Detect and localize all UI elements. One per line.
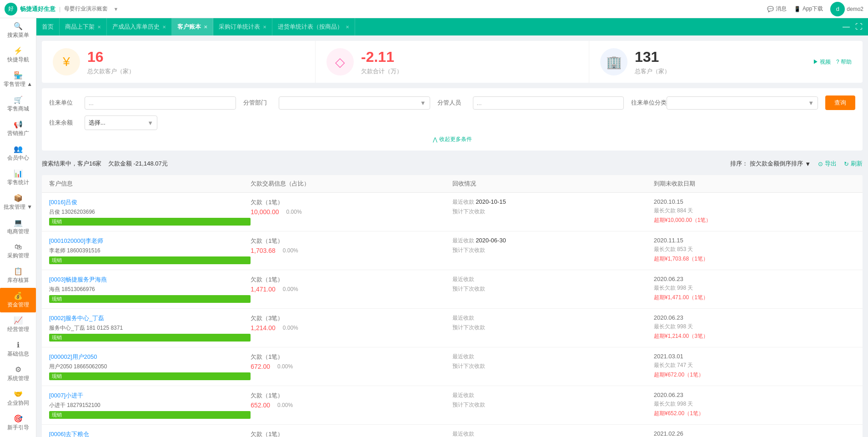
debt-row-0016: 10,000.00 0.00% bbox=[251, 208, 452, 216]
tab-maximize-btn[interactable]: ⛶ bbox=[853, 22, 864, 32]
sidebar-item-ecommerce[interactable]: 💻 电商管理 bbox=[0, 215, 36, 239]
sidebar-item-inventory[interactable]: 📋 库存核算 bbox=[0, 263, 36, 288]
tab-close-product-on-off[interactable]: ✕ bbox=[97, 25, 101, 30]
filter-from-unit: 往来单位 ... bbox=[49, 96, 236, 110]
sidebar-item-capital-mgmt[interactable]: 💰 资金管理 bbox=[0, 288, 36, 312]
tab-close-stock-summary[interactable]: ✕ bbox=[346, 25, 349, 30]
sidebar-item-quick-nav[interactable]: ⚡ 快捷导航 bbox=[0, 43, 36, 67]
customer-tag-0016: 现销 bbox=[49, 218, 251, 226]
export-button[interactable]: ⊙ 导出 bbox=[818, 160, 837, 168]
sidebar-item-enterprise-collab[interactable]: 🤝 企业协同 bbox=[0, 386, 36, 411]
results-actions: 排序： 按欠款金额倒序排序 ▼ ⊙ 导出 ↻ 刷新 bbox=[730, 160, 863, 168]
sidebar-item-ops-mgmt[interactable]: 📈 经营管理 bbox=[0, 312, 36, 337]
customer-info-0003: [0003]畅捷服务尹海燕 海燕 18513066976 现销 bbox=[49, 276, 251, 303]
table-row: [0002]服务中心_丁磊 服务中心_丁磊 181 0125 8371 现销 欠… bbox=[42, 309, 863, 347]
stat-icon-debt-amount: ◇ bbox=[326, 48, 354, 75]
filter-unit-category-select[interactable]: ▼ bbox=[667, 96, 818, 110]
help-link[interactable]: ? 帮助 bbox=[836, 58, 852, 66]
due-info-0001: 2020.11.15 最长欠款 853 天 超期¥1,703.68（1笔） bbox=[654, 237, 855, 264]
debt-info-0006: 欠款（1笔） 455.90 0.00% bbox=[251, 430, 452, 437]
tab-production-history[interactable]: 产成品入库单历史 ✕ bbox=[107, 18, 172, 35]
customer-phone-0016: 吕俊 13026203696 bbox=[49, 208, 251, 216]
customer-name-0003[interactable]: [0003]畅捷服务尹海燕 bbox=[49, 276, 251, 284]
results-bar: 搜索结果中，客户16家 欠款金额 -21,148.07元 排序： 按欠款金额倒序… bbox=[42, 156, 863, 171]
top-bar-right: 💬 消息 📱 App下载 d demo2 bbox=[767, 2, 863, 16]
customer-name-0007[interactable]: [0007]小进干 bbox=[49, 392, 251, 400]
tab-stock-summary[interactable]: 进货单统计表（按商品） ✕ bbox=[272, 18, 355, 35]
table-header: 客户信息 欠款交易信息（占比） 回收情况 到期未收款日期 bbox=[42, 175, 863, 193]
tab-close-production-history[interactable]: ✕ bbox=[162, 25, 166, 30]
debt-amount-0016: 10,000.00 bbox=[251, 208, 279, 216]
customer-name-0001[interactable]: [0001020000]李老师 bbox=[49, 237, 251, 245]
sidebar-item-basic-info[interactable]: ℹ 基础信息 bbox=[0, 337, 36, 362]
sidebar-item-retail-mall[interactable]: 🛒 零售商城 bbox=[0, 92, 36, 116]
due-info-0002: 2020.06.23 最长欠款 998 天 超期¥1,214.00（3笔） bbox=[654, 314, 855, 342]
purchase-mgmt-icon: 🛍 bbox=[15, 243, 22, 251]
customer-phone-0003: 海燕 18513066976 bbox=[49, 286, 251, 293]
tab-purchase-order-summary[interactable]: 采购订单统计表 ✕ bbox=[213, 18, 272, 35]
customer-phone-000002: 用户2050 18665062050 bbox=[49, 363, 251, 371]
customer-name-0016[interactable]: [0016]吕俊 bbox=[49, 198, 251, 206]
collapse-row: ⋀ 收起更多条件 bbox=[49, 136, 855, 143]
sidebar-item-marketing[interactable]: 📢 营销推广 bbox=[0, 116, 36, 141]
enterprise-collab-icon: 🤝 bbox=[14, 390, 23, 398]
sidebar-item-retail-stats[interactable]: 📊 零售统计 bbox=[0, 166, 36, 190]
video-link[interactable]: ▶ 视频 bbox=[813, 58, 831, 66]
inventory-icon: 📋 bbox=[14, 267, 23, 276]
sidebar-item-search-menu[interactable]: 🔍 搜索菜单 bbox=[0, 18, 36, 43]
refresh-button[interactable]: ↻ 刷新 bbox=[844, 160, 863, 168]
tab-product-on-off[interactable]: 商品上下架 ✕ bbox=[60, 18, 107, 35]
sidebar-item-batch-mgmt[interactable]: 📦 批发管理 ▼ bbox=[0, 190, 36, 215]
quick-nav-icon: ⚡ bbox=[14, 46, 23, 55]
stat-content-total-customers: 131 总客户（家） bbox=[635, 49, 806, 75]
customer-info-0007: [0007]小进干 小进干 18279152100 现销 bbox=[49, 392, 251, 419]
stat-icon-debt-customers: ¥ bbox=[53, 48, 80, 75]
customer-name-0006[interactable]: [0006]去下粮仓 bbox=[49, 430, 251, 437]
logo-icon: 好 bbox=[5, 3, 17, 15]
customer-phone-0001: 李老师 18600391516 bbox=[49, 247, 251, 255]
tab-close-purchase-order-summary[interactable]: ✕ bbox=[263, 25, 266, 30]
filter-remaining-select[interactable]: 选择... ▼ bbox=[85, 116, 157, 130]
tab-minimize-btn[interactable]: — bbox=[841, 22, 852, 32]
filter-area: 往来单位 ... 分管部门 ▼ bbox=[42, 88, 863, 151]
app-download-btn[interactable]: 📱 App下载 bbox=[794, 5, 823, 13]
filter-from-unit-input[interactable]: ... bbox=[85, 96, 236, 110]
table-row: [0001020000]李老师 李老师 18600391516 现销 欠款（1笔… bbox=[42, 231, 863, 270]
collapse-button[interactable]: ⋀ 收起更多条件 bbox=[433, 136, 472, 143]
retail-mall-icon: 🛒 bbox=[14, 95, 23, 104]
export-icon: ⊙ bbox=[818, 161, 823, 167]
filter-person-label: 分管人员 bbox=[437, 99, 469, 107]
customer-name-0002[interactable]: [0002]服务中心_丁磊 bbox=[49, 314, 251, 322]
debt-info-0002: 欠款（3笔） 1,214.00 0.00% bbox=[251, 314, 452, 342]
sidebar-item-app-center[interactable]: 📱 应用中心 bbox=[0, 435, 36, 437]
sidebar-item-member-center[interactable]: 👥 会员中心 bbox=[0, 141, 36, 166]
overdue-amount-0016[interactable]: 超期¥10,000.00（1笔） bbox=[654, 216, 855, 224]
debt-row-0001: 1,703.68 0.00% bbox=[251, 247, 452, 254]
filter-dept-select[interactable]: ▼ bbox=[279, 96, 430, 110]
customer-name-000002[interactable]: [000002]用户2050 bbox=[49, 353, 251, 361]
sidebar-item-retail-mgmt[interactable]: 🏪 零售管理 ▲ bbox=[0, 67, 36, 92]
sidebar-item-new-guide[interactable]: 🎯 新手引导 bbox=[0, 411, 36, 435]
header-due-date: 到期未收款日期 bbox=[654, 180, 855, 188]
recovery-info-0001: 最近收款 2020-06-30 预计下次收款 bbox=[452, 237, 654, 264]
tab-close-customer-account[interactable]: ✕ bbox=[204, 25, 207, 30]
tab-bar: 首页 商品上下架 ✕ 产成品入库单历史 ✕ 客户账本 ✕ 采购订单统计表 ✕ bbox=[36, 18, 868, 35]
sidebar-item-purchase-mgmt[interactable]: 🛍 采购管理 bbox=[0, 239, 36, 263]
tab-home[interactable]: 首页 bbox=[36, 18, 60, 35]
stat-card-debt-customers: ¥ 16 总欠款客户（家） bbox=[42, 41, 316, 83]
search-button[interactable]: 查询 bbox=[825, 95, 855, 110]
video-icon: ▶ bbox=[813, 59, 818, 65]
user-menu[interactable]: d demo2 bbox=[830, 2, 863, 16]
top-bar-left: 好 畅捷通好生意 | 母婴行业演示账套 ▼ bbox=[5, 3, 118, 15]
filter-from-unit-label: 往来单位 bbox=[49, 99, 81, 107]
sort-select[interactable]: 排序： 按欠款金额倒序排序 ▼ bbox=[730, 160, 811, 168]
filter-person-input[interactable]: ... bbox=[473, 96, 624, 110]
unit-category-dropdown-icon: ▼ bbox=[808, 100, 814, 106]
stat-content-debt-customers: 16 总欠款客户（家） bbox=[87, 49, 135, 75]
message-btn[interactable]: 💬 消息 bbox=[767, 5, 787, 13]
recovery-info-000002: 最近收款 预计下次收款 bbox=[452, 353, 654, 380]
tab-customer-account[interactable]: 客户账本 ✕ bbox=[172, 18, 213, 35]
filter-person: 分管人员 ... bbox=[437, 96, 624, 110]
recovery-label-0016: 最近收款 bbox=[452, 199, 474, 205]
sidebar-item-system-mgmt[interactable]: ⚙ 系统管理 bbox=[0, 362, 36, 386]
